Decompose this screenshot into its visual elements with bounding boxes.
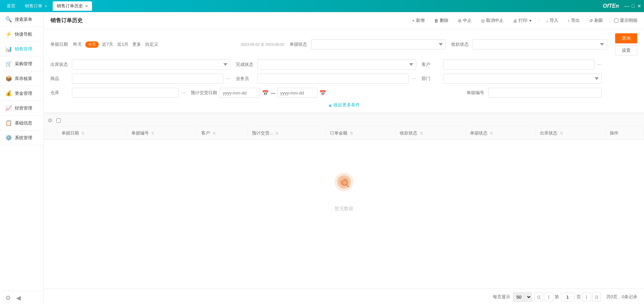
order-no-input[interactable] bbox=[488, 88, 602, 98]
page-header: 销售订单历史 + 新增 🗑 删除 ⊘ 中止 ◎ 取消中止 bbox=[44, 12, 644, 29]
salesman-more-icon[interactable]: ··· bbox=[412, 76, 416, 82]
maximize-btn[interactable]: □ bbox=[632, 3, 635, 9]
empty-text: 暂无数据 bbox=[335, 206, 353, 212]
settings-btn[interactable]: 设置 bbox=[615, 45, 637, 55]
page-size-select[interactable]: 10 20 50 100 bbox=[513, 292, 532, 302]
sidebar-label-search-menu: 搜索菜单 bbox=[15, 16, 32, 23]
import-btn[interactable]: ↓ 导入 bbox=[543, 16, 561, 25]
sidebar-item-basic-info[interactable]: 📋 基础信息 bbox=[0, 116, 43, 130]
new-label: 新增 bbox=[416, 17, 425, 24]
dept-select[interactable] bbox=[443, 74, 602, 84]
completion-status-select[interactable] bbox=[257, 60, 416, 70]
tab-home[interactable]: 首页 bbox=[3, 1, 19, 11]
col-date[interactable]: 单据日期 ⇅ bbox=[57, 127, 127, 140]
tab-sales-order-history[interactable]: 销售订单历史 ✕ bbox=[53, 1, 92, 11]
sort-order-status-icon: ⇅ bbox=[490, 131, 493, 135]
page-prev-btn[interactable]: ⟨ bbox=[545, 293, 553, 301]
delivery-date-start[interactable] bbox=[220, 88, 260, 98]
sidebar-item-operation[interactable]: 📈 经营管理 bbox=[0, 101, 43, 116]
quick-nav-icon: ⚡ bbox=[5, 31, 12, 37]
col-delivery-date[interactable]: 预计交货... ⇅ bbox=[248, 127, 326, 140]
receipt-status-select[interactable] bbox=[473, 39, 607, 49]
table-toolbar: ⚙ bbox=[44, 115, 644, 127]
sort-receipt-status-icon: ⇅ bbox=[420, 131, 423, 135]
date-option-custom[interactable]: 自定义 bbox=[144, 41, 160, 48]
page-next-btn[interactable]: ⟩ bbox=[582, 293, 591, 301]
minimize-btn[interactable]: — bbox=[625, 3, 629, 9]
sidebar: 🔍 搜索菜单 ⚡ 快捷导航 📊 销售管理 🛒 采购管理 📦 库存核算 💰 资金管… bbox=[0, 12, 44, 305]
sidebar-item-inventory[interactable]: 📦 库存核算 bbox=[0, 71, 43, 86]
sidebar-label-finance: 资金管理 bbox=[15, 90, 32, 97]
sidebar-item-sales-mgmt[interactable]: 📊 销售管理 bbox=[0, 42, 43, 56]
collapse-arrow-icon: ▲ bbox=[328, 103, 332, 108]
show-detail-toggle[interactable]: 显示明细 bbox=[614, 17, 637, 24]
col-amount[interactable]: 订单金额 ⇅ bbox=[326, 127, 396, 140]
export-icon: ↑ bbox=[568, 18, 570, 23]
col-receipt-status[interactable]: 收款状态 ⇅ bbox=[396, 127, 466, 140]
sidebar-label-operation: 经营管理 bbox=[15, 105, 32, 111]
close-window-btn[interactable]: ✕ bbox=[637, 3, 641, 9]
sidebar-collapse-icon[interactable]: ◀ bbox=[16, 294, 21, 302]
outbound-status-select[interactable] bbox=[72, 60, 230, 70]
sidebar-item-quick-nav[interactable]: ⚡ 快捷导航 bbox=[0, 27, 43, 42]
calendar-icon-end[interactable]: 📅 bbox=[319, 90, 326, 96]
date-range-display: 2023-06-02 至 2023-06-02 bbox=[241, 42, 285, 47]
warehouse-input[interactable] bbox=[72, 88, 178, 98]
order-status-select[interactable] bbox=[311, 39, 445, 49]
sort-amount-icon: ⇅ bbox=[350, 131, 353, 135]
date-option-7days[interactable]: 近7天 bbox=[101, 41, 115, 48]
close-tab-sales-order-history[interactable]: ✕ bbox=[85, 4, 88, 8]
date-option-1month[interactable]: 近1月 bbox=[116, 41, 130, 48]
sidebar-item-search-menu[interactable]: 🔍 搜索菜单 bbox=[0, 12, 43, 27]
main-content: 销售订单历史 + 新增 🗑 删除 ⊘ 中止 ◎ 取消中止 bbox=[44, 12, 644, 305]
select-all-checkbox[interactable] bbox=[56, 118, 61, 123]
page-first-btn[interactable]: ⟨⟨ bbox=[534, 293, 543, 301]
divider1 bbox=[539, 18, 539, 23]
finance-icon: 💰 bbox=[5, 90, 12, 97]
date-option-more[interactable]: 更多 bbox=[131, 41, 142, 48]
receipt-status-label: 收款状态 bbox=[451, 41, 470, 47]
product-more-icon[interactable]: ··· bbox=[226, 76, 230, 82]
tab-sales-order[interactable]: 销售订单 ✕ bbox=[21, 1, 51, 11]
page-number-input[interactable] bbox=[561, 293, 574, 301]
stop-btn[interactable]: ⊘ 中止 bbox=[455, 16, 474, 25]
warehouse-label: 仓库 bbox=[50, 90, 69, 96]
warehouse-more-icon[interactable]: ··· bbox=[181, 90, 185, 96]
show-detail-checkbox[interactable] bbox=[614, 18, 618, 23]
date-option-yesterday[interactable]: 昨天 bbox=[72, 41, 83, 48]
col-order-status[interactable]: 单据状态 ⇅ bbox=[466, 127, 535, 140]
order-no-label: 单据编号 bbox=[467, 90, 485, 96]
export-btn[interactable]: ↑ 导出 bbox=[565, 16, 583, 25]
new-btn[interactable]: + 新增 bbox=[410, 16, 428, 25]
delete-btn[interactable]: 🗑 删除 bbox=[431, 16, 451, 25]
print-btn[interactable]: 🖨 打印 ▼ bbox=[510, 16, 535, 25]
customer-more-icon[interactable]: ··· bbox=[597, 62, 602, 68]
show-detail-label: 显示明细 bbox=[620, 17, 637, 24]
product-input[interactable] bbox=[72, 74, 223, 84]
sidebar-settings-icon[interactable]: ⚙ bbox=[5, 294, 11, 302]
delivery-date-end[interactable] bbox=[277, 88, 317, 98]
brand-text: OfTEn bbox=[603, 3, 619, 9]
close-tab-sales-order[interactable]: ✕ bbox=[44, 4, 47, 8]
calendar-icon-start[interactable]: 📅 bbox=[262, 90, 269, 96]
sidebar-label-sales-mgmt: 销售管理 bbox=[15, 46, 32, 52]
empty-illustration bbox=[327, 167, 361, 200]
col-outbound-status[interactable]: 出库状态 ⇅ bbox=[536, 127, 606, 140]
collapse-btn[interactable]: ▲ 收起更多条件 bbox=[50, 102, 637, 108]
page-size-label: 每页显示 bbox=[493, 294, 510, 300]
customer-input[interactable] bbox=[443, 60, 595, 70]
query-btn[interactable]: 查询 bbox=[615, 33, 637, 43]
divider2 bbox=[610, 18, 610, 23]
col-customer[interactable]: 客户 ⇅ bbox=[197, 127, 248, 140]
sidebar-item-purchase-mgmt[interactable]: 🛒 采购管理 bbox=[0, 56, 43, 71]
sidebar-item-system-mgmt[interactable]: ⚙️ 系统管理 bbox=[0, 130, 43, 145]
table-settings-icon[interactable]: ⚙ bbox=[48, 117, 52, 124]
page-last-btn[interactable]: ⟩⟩ bbox=[592, 293, 601, 301]
refresh-btn[interactable]: ↺ 刷新 bbox=[587, 16, 606, 25]
cancel-stop-btn[interactable]: ◎ 取消中止 bbox=[478, 16, 506, 25]
sidebar-item-finance[interactable]: 💰 资金管理 bbox=[0, 86, 43, 101]
date-option-today[interactable]: 今天 bbox=[85, 41, 99, 48]
sidebar-label-system-mgmt: 系统管理 bbox=[15, 135, 32, 141]
col-order-no[interactable]: 单据编号 ⇅ bbox=[127, 127, 197, 140]
salesman-input[interactable] bbox=[257, 74, 409, 84]
